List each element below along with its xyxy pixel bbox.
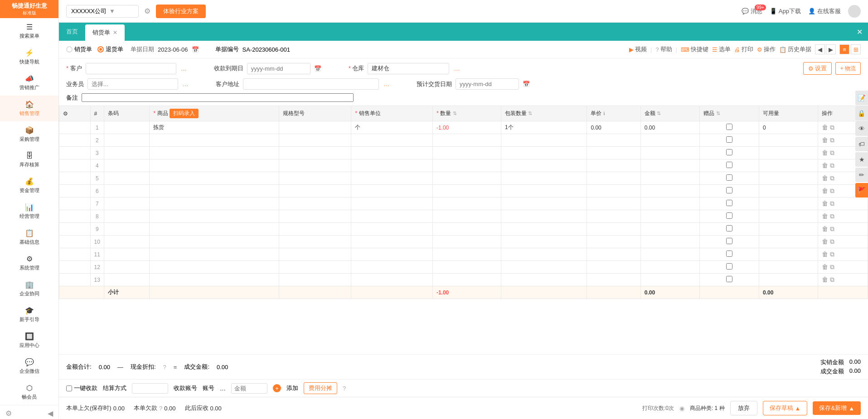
app-download-button[interactable]: 📱 App下载 [770,7,801,15]
delete-icon-10[interactable]: 🗑 [822,250,828,258]
cell-pkg-qty-6[interactable] [501,197,587,210]
cell-amount-2[interactable] [640,147,700,159]
cell-price-4[interactable] [587,172,640,185]
addr-more-icon[interactable]: … [383,81,389,87]
gift-checkbox-4[interactable] [726,174,732,181]
sidebar-item-member[interactable]: ⬡畅会员 [0,379,58,405]
copy-icon-11[interactable]: ⧉ [830,263,834,271]
cell-pkg-qty-9[interactable] [501,236,587,248]
cell-amount-10[interactable] [640,248,700,261]
cell-gift-2[interactable] [700,147,759,159]
customer-addr-input[interactable] [243,78,379,90]
cell-spec-12[interactable] [279,274,351,286]
cell-qty-6[interactable] [432,197,501,210]
cell-price-3[interactable] [587,159,640,172]
delete-icon-2[interactable]: 🗑 [822,149,828,157]
select-action[interactable]: ☰ 选单 [712,45,731,53]
cell-barcode-3[interactable] [104,159,149,172]
customer-input[interactable] [86,63,176,74]
cell-unit-1[interactable] [351,134,433,147]
cell-qty-2[interactable] [432,147,501,159]
gift-checkbox-5[interactable] [726,187,732,193]
prev-button[interactable]: ◀ [815,44,825,54]
cell-product-11[interactable] [150,261,279,274]
cell-price-6[interactable] [587,197,640,210]
copy-icon-8[interactable]: ⧉ [830,225,834,233]
cell-unit-11[interactable] [351,261,433,274]
cell-amount-9[interactable] [640,236,700,248]
sidebar-item-search[interactable]: ☰搜索菜单 [0,18,58,44]
cell-spec-6[interactable] [279,197,351,210]
cell-pkg-qty-3[interactable] [501,159,587,172]
cell-qty-1[interactable] [432,134,501,147]
cell-price-10[interactable] [587,248,640,261]
cell-unit-12[interactable] [351,274,433,286]
cell-pkg-qty-4[interactable] [501,172,587,185]
expense-split-button[interactable]: 费用分摊 [304,382,337,394]
copy-icon-12[interactable]: ⧉ [830,276,834,284]
warehouse-more-icon[interactable]: … [454,65,460,72]
gift-checkbox-6[interactable] [726,200,732,206]
cell-gift-3[interactable] [700,159,759,172]
cell-pkg-qty-5[interactable] [501,185,587,197]
cell-barcode-10[interactable] [104,248,149,261]
print-action[interactable]: 🖨 打印 [734,45,753,53]
cell-gift-10[interactable] [700,248,759,261]
cell-spec-8[interactable] [279,223,351,236]
delete-icon-9[interactable]: 🗑 [822,238,828,246]
cell-pkg-qty-0[interactable]: 1个 [501,121,587,134]
cell-qty-12[interactable] [432,274,501,286]
cell-gift-11[interactable] [700,261,759,274]
delete-icon-11[interactable]: 🗑 [822,263,828,271]
cell-barcode-12[interactable] [104,274,149,286]
right-eye-btn[interactable]: 👁 [855,121,868,136]
cell-price-8[interactable] [587,223,640,236]
sidebar-item-enterprise[interactable]: 🏢企业协同 [0,276,58,302]
discard-button[interactable]: 放弃 [730,401,757,415]
cell-unit-8[interactable] [351,223,433,236]
cell-gift-0[interactable] [700,121,759,134]
cell-spec-0[interactable] [279,121,351,134]
company-select[interactable]: XXXXXX公司 ▼ [66,5,139,18]
save-new-button[interactable]: 保存&新增 ▲ [813,401,861,415]
sidebar-item-sales[interactable]: 🏠销售管理 [0,96,58,121]
cell-product-4[interactable] [150,172,279,185]
user-avatar[interactable] [848,5,861,18]
gift-checkbox-10[interactable] [726,250,732,257]
customer-more-icon[interactable]: … [181,65,187,72]
right-flag-btn[interactable]: 🚩 [855,183,868,197]
cell-product-8[interactable] [150,223,279,236]
cell-product-12[interactable] [150,274,279,286]
delete-icon-6[interactable]: 🗑 [822,200,828,207]
cell-barcode-7[interactable] [104,210,149,223]
service-button[interactable]: 👤 在线客服 [808,7,841,15]
tab-home[interactable]: 首页 [59,23,85,41]
grid-view-button[interactable]: ⊞ [851,44,861,54]
price-info-icon[interactable]: ℹ [603,111,605,116]
num-value[interactable]: SA-20230606-001 [242,46,291,53]
cell-unit-4[interactable] [351,172,433,185]
payment-help-icon[interactable]: ? [343,385,346,392]
cell-unit-0[interactable]: 个 [351,121,433,134]
list-view-button[interactable]: ≡ [839,44,849,54]
cell-amount-11[interactable] [640,261,700,274]
cell-unit-10[interactable] [351,248,433,261]
cell-pkg-qty-1[interactable] [501,134,587,147]
gift-checkbox-0[interactable] [726,124,732,130]
delivery-date-calendar-icon[interactable]: 📅 [523,81,530,87]
gift-checkbox-9[interactable] [726,238,732,244]
copy-icon-2[interactable]: ⧉ [830,149,834,157]
next-button[interactable]: ▶ [826,44,836,54]
tab-close-sales-order[interactable]: ✕ [113,29,117,36]
payment-date-input[interactable] [247,63,310,74]
cell-product-7[interactable] [150,210,279,223]
help-action[interactable]: ? 帮助 [655,45,672,53]
cell-spec-10[interactable] [279,248,351,261]
cell-spec-7[interactable] [279,210,351,223]
cell-barcode-1[interactable] [104,134,149,147]
gift-checkbox-3[interactable] [726,162,732,168]
gift-checkbox-11[interactable] [726,263,732,270]
cell-unit-7[interactable] [351,210,433,223]
cell-price-2[interactable] [587,147,640,159]
cell-qty-7[interactable] [432,210,501,223]
